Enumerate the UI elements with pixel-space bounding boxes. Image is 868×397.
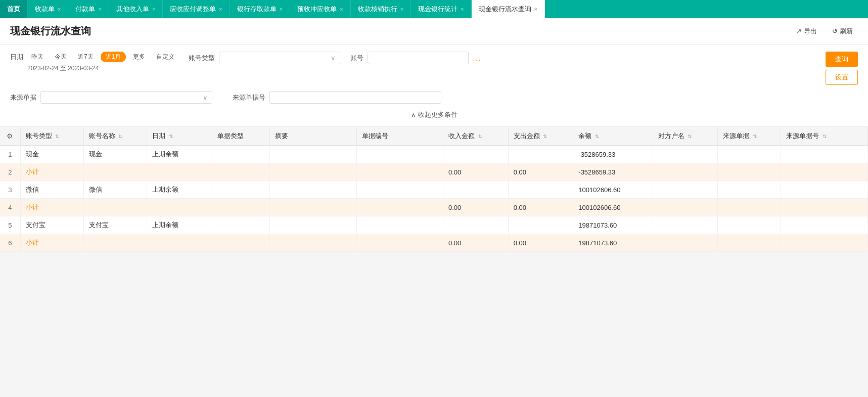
cell-income <box>443 146 509 163</box>
src-doc-no-label: 来源单据号 <box>233 93 265 102</box>
table-row[interactable]: 6 小计 0.00 0.00 19871073.60 <box>0 234 868 252</box>
cell-counterparty <box>653 146 718 163</box>
date-option-yesterday[interactable]: 昨天 <box>27 52 48 62</box>
th-date-sort-icon: ⇅ <box>169 134 173 139</box>
cell-date: 上期余额 <box>147 181 212 199</box>
cell-src-doc-no <box>781 216 868 234</box>
th-date-label: 日期 <box>152 132 165 140</box>
th-src-doc-no-sort-icon: ⇅ <box>823 134 827 139</box>
nav-tab-verify-exec-close[interactable]: × <box>400 6 403 12</box>
nav-tab-payment-label: 付款单 <box>75 5 95 14</box>
th-doc-type[interactable]: 单据类型 <box>212 127 269 146</box>
cell-summary <box>269 146 356 163</box>
cell-summary <box>269 181 356 199</box>
th-src-doc-no[interactable]: 来源单据号 ⇅ <box>781 127 868 146</box>
nav-tab-adjust[interactable]: 应收应付调整单 × <box>163 0 230 18</box>
cell-src-doc-no <box>781 234 868 252</box>
query-button[interactable]: 查询 <box>826 52 858 67</box>
nav-tab-receipt[interactable]: 收款单 × <box>28 0 68 18</box>
acct-no-filter: 账号 ... <box>350 52 481 64</box>
src-doc-no-filter: 来源单据号 <box>233 91 441 104</box>
cell-acct-type: 微信 <box>26 186 39 193</box>
table-row[interactable]: 1 现金 现金 上期余额 -3528659.33 <box>0 146 868 163</box>
src-doc-select[interactable]: ∨ <box>40 91 212 104</box>
nav-tab-cash-stats-close[interactable]: × <box>461 6 464 12</box>
th-balance[interactable]: 余额 ⇅ <box>573 127 653 146</box>
th-expense[interactable]: 支出金额 ⇅ <box>508 127 573 146</box>
collapse-filter-button[interactable]: ∧ 收起更多条件 <box>10 108 858 121</box>
cell-doc-type <box>212 199 269 216</box>
th-summary[interactable]: 摘要 <box>269 127 356 146</box>
nav-tab-payment[interactable]: 付款单 × <box>68 0 109 18</box>
nav-tab-cash-flow-label: 现金银行流水查询 <box>479 5 531 14</box>
nav-tab-receipt-close[interactable]: × <box>58 6 61 12</box>
nav-tab-home[interactable]: 首页 <box>0 0 28 18</box>
th-counterparty-sort-icon: ⇅ <box>688 134 692 139</box>
src-doc-no-input[interactable] <box>269 91 441 104</box>
nav-tab-adjust-label: 应收应付调整单 <box>170 5 216 14</box>
th-settings[interactable]: ⚙ <box>0 127 20 146</box>
date-option-more[interactable]: 更多 <box>129 52 149 62</box>
cell-date <box>147 234 212 252</box>
nav-tab-verify-exec[interactable]: 收款核销执行 × <box>351 0 411 18</box>
th-date[interactable]: 日期 ⇅ <box>147 127 212 146</box>
th-balance-label: 余额 <box>578 132 591 140</box>
date-option-last1m[interactable]: 近1月 <box>101 52 126 62</box>
refresh-label: 刷新 <box>840 27 853 36</box>
cell-doc-no <box>356 234 443 252</box>
cell-income: 0.00 <box>443 199 509 216</box>
acct-no-ellipsis-button[interactable]: ... <box>472 54 481 63</box>
th-src-doc[interactable]: 来源单据 ⇅ <box>718 127 781 146</box>
nav-tab-cash-flow[interactable]: 现金银行流水查询 × <box>472 0 545 18</box>
cell-summary <box>269 216 356 234</box>
date-option-last7[interactable]: 近7天 <box>74 52 98 62</box>
table-body: 1 现金 现金 上期余额 -3528659.33 2 小计 0.00 0.00 … <box>0 146 868 252</box>
acct-no-label: 账号 <box>350 54 363 63</box>
settings-button[interactable]: 设置 <box>826 70 858 85</box>
acct-no-input[interactable] <box>368 52 469 64</box>
cell-income: 0.00 <box>443 234 509 252</box>
nav-tab-advance-recv-close[interactable]: × <box>340 6 343 12</box>
cell-acct-type-subtotal: 小计 <box>26 168 39 175</box>
nav-tab-bank-deposit[interactable]: 银行存取款单 × <box>230 0 290 18</box>
th-src-doc-no-label: 来源单据号 <box>786 132 819 140</box>
th-acct-name-sort-icon: ⇅ <box>118 134 122 139</box>
cell-expense: 0.00 <box>508 163 573 181</box>
acct-type-select[interactable]: ∨ <box>219 52 340 64</box>
date-option-custom[interactable]: 自定义 <box>152 52 178 62</box>
cell-doc-type <box>212 234 269 252</box>
cell-counterparty <box>653 163 718 181</box>
nav-tab-cash-stats[interactable]: 现金银行统计 × <box>411 0 471 18</box>
table-settings-icon[interactable]: ⚙ <box>7 132 13 140</box>
nav-tab-adjust-close[interactable]: × <box>219 6 222 12</box>
table-row[interactable]: 4 小计 0.00 0.00 100102606.60 <box>0 199 868 216</box>
refresh-button[interactable]: ↺ 刷新 <box>827 24 858 38</box>
th-income[interactable]: 收入金额 ⇅ <box>443 127 509 146</box>
th-acct-name[interactable]: 账号名称 ⇅ <box>83 127 147 146</box>
table-row[interactable]: 3 微信 微信 上期余额 100102606.60 <box>0 181 868 199</box>
cell-counterparty <box>653 181 718 199</box>
nav-tab-other-income-close[interactable]: × <box>152 6 155 12</box>
cell-acct-name <box>83 163 147 181</box>
cell-balance: 19871073.60 <box>573 234 653 252</box>
nav-tab-other-income[interactable]: 其他收入单 × <box>109 0 163 18</box>
table-row[interactable]: 2 小计 0.00 0.00 -3528659.33 <box>0 163 868 181</box>
cell-summary <box>269 163 356 181</box>
nav-tab-cash-flow-close[interactable]: × <box>534 6 537 12</box>
nav-tab-advance-recv[interactable]: 预收冲应收单 × <box>290 0 350 18</box>
cell-date <box>147 163 212 181</box>
cell-doc-no <box>356 216 443 234</box>
th-counterparty[interactable]: 对方户名 ⇅ <box>653 127 718 146</box>
th-acct-type[interactable]: 账号类型 ⇅ <box>20 127 83 146</box>
nav-tab-payment-close[interactable]: × <box>98 6 101 12</box>
th-doc-no[interactable]: 单据编号 <box>356 127 443 146</box>
date-option-today[interactable]: 今天 <box>51 52 71 62</box>
nav-tab-bank-deposit-close[interactable]: × <box>280 6 283 12</box>
cell-summary <box>269 234 356 252</box>
cell-acct-type: 小计 <box>20 234 83 252</box>
table-row[interactable]: 5 支付宝 支付宝 上期余额 19871073.60 <box>0 216 868 234</box>
cell-acct-type-subtotal: 小计 <box>26 203 39 211</box>
export-button[interactable]: ↗ 导出 <box>791 24 822 38</box>
cell-num: 4 <box>0 199 20 216</box>
cell-acct-type: 现金 <box>26 150 39 158</box>
